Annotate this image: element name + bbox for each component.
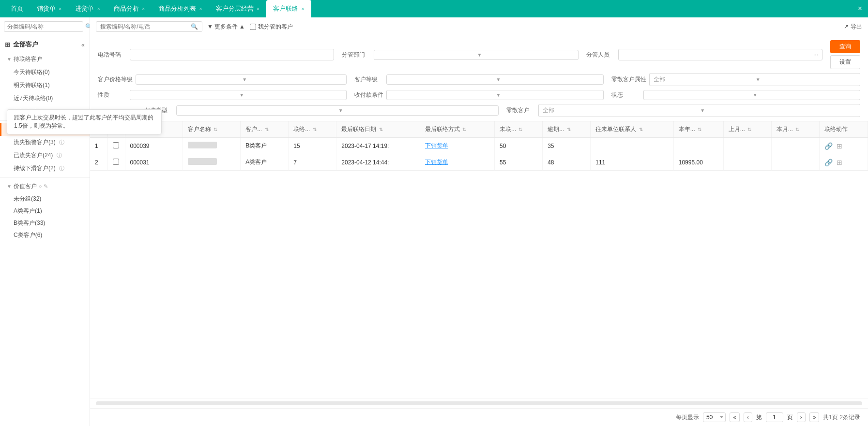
nav-customer-segmentation[interactable]: 客户分层经营 × [209, 0, 266, 17]
status-field: 状态 ▼ [611, 90, 860, 100]
sidebar-item-declining[interactable]: 持续下滑客户(2) ⓘ [0, 162, 90, 175]
col-contact-person[interactable]: 往来单位联系人 ⇅ [591, 121, 674, 138]
row2-no: 2 [90, 154, 107, 171]
sidebar-item-ungroup[interactable]: 未分组(32) [0, 193, 90, 205]
col-contact-count[interactable]: 联络... ⇅ [289, 121, 336, 138]
row2-checkbox[interactable] [107, 154, 125, 171]
row2-select[interactable] [113, 159, 119, 165]
horizontal-scrollbar[interactable] [96, 401, 862, 405]
sidebar-item-7days[interactable]: 近7天待联络(0) [0, 92, 90, 105]
close-segmentation-icon[interactable]: × [257, 6, 259, 12]
phone-label: 电话号码 [98, 51, 127, 59]
col-uncontacted[interactable]: 未联... ⇅ [495, 121, 543, 138]
sidebar-item-c-class[interactable]: C类客户(6) [0, 229, 90, 241]
sort-tmonth-icon: ⇅ [795, 127, 799, 132]
main-layout: 🔍 ⊞ 全部客户 « ▼ 待联络客户 今天待联络(0) 明天待联络(1) 近7天… [0, 17, 868, 426]
phone-input[interactable] [130, 49, 334, 60]
row1-contact-count: 15 [289, 138, 336, 154]
pending-contact-header[interactable]: ▼ 待联络客户 [0, 53, 90, 66]
col-last-contact-date[interactable]: 最后联络日期 ⇅ [336, 121, 420, 138]
nature-select[interactable]: ▼ [130, 90, 347, 100]
close-product-list-icon[interactable]: × [199, 6, 202, 12]
retail-attr-field: 零散客户属性 全部 ▼ [611, 73, 860, 86]
sidebar-item-churned[interactable]: 已流失客户(24) ⓘ [0, 149, 90, 162]
dept-select[interactable]: ▼ [374, 50, 578, 60]
window-close-button[interactable]: × [858, 4, 862, 13]
col-this-year[interactable]: 本年... ⇅ [673, 121, 723, 138]
nav-product-analysis[interactable]: 商品分析 × [107, 0, 152, 17]
more-conditions-btn[interactable]: ▼ 更多条件 ▲ [207, 23, 245, 31]
tooltip-box: 距客户上次交易时长，超过了此客户的平均交易周期的1.5倍，则视为异常。 [90, 109, 162, 134]
collapse-icon: « [81, 41, 85, 48]
payment-arrow-icon: ▼ [496, 92, 599, 98]
query-button[interactable]: 查询 [830, 40, 860, 53]
my-customers-checkbox-wrap[interactable]: 我分管的客户 [250, 23, 293, 31]
sidebar-edit-icons[interactable]: ○ ✎ [39, 183, 48, 190]
main-search-icon[interactable]: 🔍 [191, 23, 198, 30]
sort-overdue-icon: ⇅ [567, 127, 571, 132]
col-last-month[interactable]: 上月... ⇅ [723, 121, 771, 138]
row2-code: 000031 [125, 154, 183, 171]
sort-contact-icon: ⇅ [313, 127, 317, 132]
sidebar-item-a-class[interactable]: A类客户(1) [0, 205, 90, 217]
export-button[interactable]: ↗ 导出 [844, 23, 862, 31]
nav-home[interactable]: 首页 [4, 0, 30, 17]
row1-select[interactable] [113, 142, 119, 148]
customer-type-select[interactable]: ▼ [176, 105, 499, 116]
value-customers-header[interactable]: ▼ 价值客户 ○ ✎ [0, 180, 90, 193]
next-page-btn[interactable]: › [797, 412, 806, 422]
row2-link-icon[interactable]: 🔗 [824, 159, 833, 166]
all-customers-header[interactable]: ⊞ 全部客户 « [0, 36, 90, 53]
payment-select[interactable]: ▼ [386, 90, 603, 100]
row2-last-method[interactable]: 下销货单 [420, 154, 494, 171]
first-page-btn[interactable]: « [730, 412, 740, 422]
sidebar-item-today[interactable]: 今天待联络(0) [0, 66, 90, 79]
row1-actions[interactable]: 🔗 ⊞ [819, 138, 868, 154]
close-purchase-order-icon[interactable]: × [97, 6, 100, 12]
table-area: ⚙ 客户编码 ⇅ 客户名称 ⇅ [90, 121, 868, 398]
row1-link-icon[interactable]: 🔗 [824, 142, 833, 150]
main-search-input[interactable] [100, 23, 191, 30]
col-name[interactable]: 客户名称 ⇅ [183, 121, 240, 138]
settings-button[interactable]: 设置 [830, 55, 860, 69]
my-customers-checkbox[interactable] [250, 24, 256, 30]
col-this-month[interactable]: 本月... ⇅ [771, 121, 819, 138]
last-page-btn[interactable]: » [809, 412, 820, 422]
row1-ctype: B类客户 [241, 138, 289, 154]
manager-input[interactable]: ··· [618, 49, 822, 60]
close-sales-order-icon[interactable]: × [59, 6, 61, 12]
sidebar-item-churn-warning[interactable]: 流失预警客户(3) ⓘ [0, 136, 90, 149]
price-level-select[interactable]: ▼ [136, 74, 347, 85]
customer-grade-select[interactable]: ▼ [386, 74, 603, 85]
row2-contact-person: 111 [591, 154, 674, 171]
row1-checkbox[interactable] [107, 138, 125, 154]
sidebar-search-icon[interactable]: 🔍 [85, 23, 90, 30]
table-row: 1 000039 B类客户 15 2023-04-17 14:19: 下销货单 [90, 138, 868, 154]
info-icon-2: ⓘ [59, 139, 64, 145]
nav-product-analysis-list[interactable]: 商品分析列表 × [152, 0, 209, 17]
chevron-down-icon: ▲ [239, 23, 245, 30]
nav-sales-order[interactable]: 销货单 × [30, 0, 68, 17]
sidebar-item-tomorrow[interactable]: 明天待联络(1) [0, 79, 90, 92]
retail-attr-select[interactable]: 全部 ▼ [649, 73, 860, 86]
nav-customer-contact[interactable]: 客户联络 × [266, 0, 311, 17]
row1-grid-icon[interactable]: ⊞ [837, 142, 842, 150]
row2-actions[interactable]: 🔗 ⊞ [819, 154, 868, 171]
page-number-input[interactable] [766, 412, 783, 422]
close-product-analysis-icon[interactable]: × [142, 6, 145, 12]
col-last-contact-method[interactable]: 最后联络方式 ⇅ [420, 121, 494, 138]
per-page-select[interactable]: 50 10 20 100 [703, 412, 726, 422]
status-select[interactable]: ▼ [643, 90, 860, 100]
row1-last-method[interactable]: 下销货单 [420, 138, 494, 154]
row2-grid-icon[interactable]: ⊞ [837, 159, 842, 166]
status-arrow-icon: ▼ [753, 92, 856, 98]
sidebar-search-input[interactable] [4, 21, 83, 32]
col-overdue[interactable]: 逾期... ⇅ [543, 121, 591, 138]
prev-page-btn[interactable]: ‹ [744, 412, 752, 422]
retail-customer-select[interactable]: 全部 ▼ [538, 104, 861, 117]
close-contact-icon[interactable]: × [301, 6, 304, 12]
sidebar-item-b-class[interactable]: B类客户(33) [0, 217, 90, 229]
nav-purchase-order[interactable]: 进货单 × [68, 0, 107, 17]
filter-row-4: ··· 客户类型 ▼ 零散客户 全部 ▼ [98, 104, 860, 117]
col-customer-type[interactable]: 客户... ⇅ [241, 121, 289, 138]
